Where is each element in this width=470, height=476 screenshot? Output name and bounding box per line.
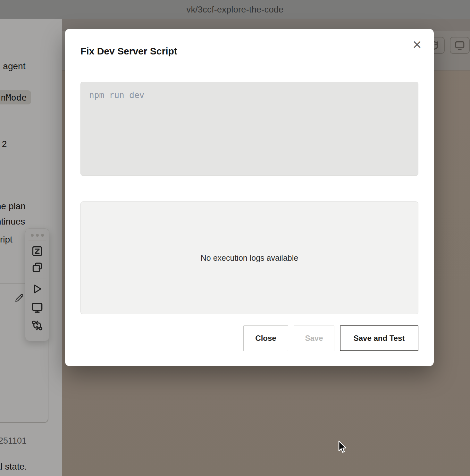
script-input[interactable] bbox=[80, 82, 418, 176]
close-icon[interactable]: × bbox=[410, 37, 424, 51]
logs-empty-message: No execution logs available bbox=[201, 253, 298, 263]
close-button[interactable]: Close bbox=[243, 325, 288, 351]
dialog-actions: Close Save Save and Test bbox=[80, 325, 418, 351]
save-and-test-button[interactable]: Save and Test bbox=[340, 325, 418, 351]
dialog-title: Fix Dev Server Script bbox=[80, 46, 177, 57]
screen: vk/3ccf-explore-the-code d agent nMode y… bbox=[0, 0, 470, 476]
execution-logs-box: No execution logs available bbox=[80, 201, 418, 314]
fix-dev-server-dialog: Fix Dev Server Script × Script (edit) La… bbox=[65, 29, 434, 366]
save-button[interactable]: Save bbox=[294, 325, 334, 351]
